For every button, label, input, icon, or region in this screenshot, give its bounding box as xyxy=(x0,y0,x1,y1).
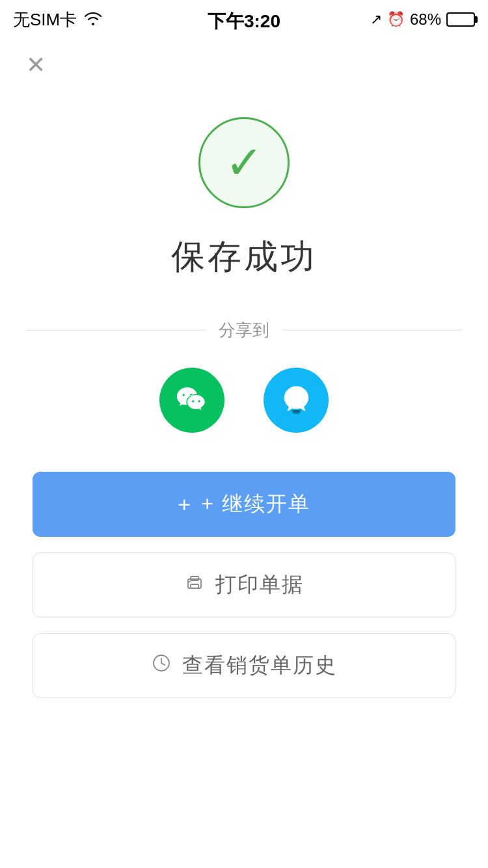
share-icons xyxy=(26,368,462,433)
history-button[interactable]: 查看销货单历史 xyxy=(33,633,455,698)
battery-icon xyxy=(446,12,475,27)
status-right: ↗ ⏰ 68% xyxy=(370,10,475,29)
continue-order-button[interactable]: + + 继续开单 xyxy=(33,472,455,537)
battery-percent: 68% xyxy=(410,10,441,29)
actions: + + 继续开单 打印单据 查看销货单历史 xyxy=(26,472,462,698)
history-label: 查看销货单历史 xyxy=(182,651,337,680)
wechat-share-button[interactable] xyxy=(159,368,224,433)
svg-rect-2 xyxy=(191,576,198,580)
checkmark-icon: ✓ xyxy=(225,140,264,185)
main-content: ✓ 保存成功 分享到 xyxy=(0,91,488,698)
divider-right xyxy=(282,330,462,331)
success-circle: ✓ xyxy=(198,117,290,208)
qq-icon xyxy=(278,383,314,418)
location-icon: ↗ xyxy=(370,11,382,28)
history-icon xyxy=(151,653,172,679)
share-section: 分享到 xyxy=(26,319,462,433)
carrier-text: 无SIM卡 xyxy=(13,8,77,31)
continue-icon: + xyxy=(178,492,191,517)
continue-label: + 继续开单 xyxy=(201,490,310,519)
svg-point-4 xyxy=(189,580,190,582)
svg-rect-3 xyxy=(191,584,198,588)
print-button[interactable]: 打印单据 xyxy=(33,552,455,617)
wechat-icon xyxy=(173,381,211,419)
status-time: 下午3:20 xyxy=(208,9,280,34)
share-label: 分享到 xyxy=(219,319,269,342)
qq-share-button[interactable] xyxy=(264,368,329,433)
alarm-icon: ⏰ xyxy=(387,11,405,28)
status-bar: 无SIM卡 下午3:20 ↗ ⏰ 68% xyxy=(0,0,488,39)
share-divider: 分享到 xyxy=(26,319,462,342)
status-left: 无SIM卡 xyxy=(13,8,103,31)
close-button[interactable]: ✕ xyxy=(20,49,52,81)
divider-left xyxy=(26,330,206,331)
print-label: 打印单据 xyxy=(215,571,304,599)
wifi-icon xyxy=(83,10,103,30)
print-icon xyxy=(184,573,205,598)
nav-bar: ✕ xyxy=(0,39,488,91)
close-icon: ✕ xyxy=(26,53,46,77)
success-title: 保存成功 xyxy=(171,234,317,280)
